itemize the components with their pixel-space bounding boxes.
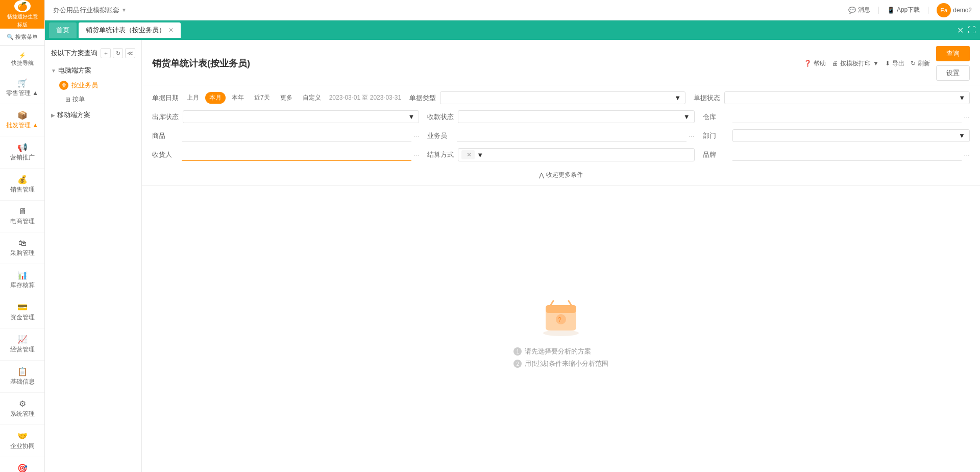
sidebar: 🍊 畅捷通好生意 标版 🔍 搜索菜单 ⚡ 快捷导航 🛒 零售管理 ▲ 📦 批发管… xyxy=(0,0,45,472)
main-area: 办公用品行业模拟账套 ▼ 💬 消息 📱 App下载 Ea demo2 xyxy=(45,0,980,472)
brand-more-btn[interactable]: ··· xyxy=(964,151,970,159)
sidebar-item-basic[interactable]: 📋 基础信息 xyxy=(0,361,44,393)
out-status-control: ▼ xyxy=(183,110,419,123)
retail-icon: 🛒 xyxy=(2,78,42,88)
inventory-label: 库存核算 xyxy=(10,281,35,289)
pc-plan-group: ▼ 电脑端方案 业 按业务员 ⊞ 按单 xyxy=(45,63,141,106)
product-more-btn[interactable]: ··· xyxy=(413,132,420,140)
sidebar-item-finance[interactable]: 💳 资金管理 xyxy=(0,296,44,328)
date-btn-this-month[interactable]: 本月 xyxy=(205,92,226,104)
sales-stat-tab-label: 销货单统计表（按业务员） xyxy=(86,26,165,35)
date-btn-more[interactable]: 更多 xyxy=(276,92,297,104)
warehouse-more-btn[interactable]: ··· xyxy=(964,113,970,121)
user-profile[interactable]: Ea demo2 xyxy=(937,3,972,17)
department-dropdown-icon: ▼ xyxy=(959,132,965,139)
breadcrumb-dropdown-icon[interactable]: ▼ xyxy=(121,7,127,13)
filter-row-3: 商品 ··· 业务员 ··· 部门 xyxy=(152,129,970,142)
sidebar-item-newguide[interactable]: 🎯 新手引导 xyxy=(0,457,44,472)
product-input[interactable] xyxy=(182,130,411,142)
tab-home[interactable]: 首页 xyxy=(49,22,77,38)
order-type-label: 单据类型 xyxy=(409,93,436,103)
settings-button[interactable]: 设置 xyxy=(936,65,970,81)
header-divider2 xyxy=(928,7,928,14)
department-label: 部门 xyxy=(703,131,728,140)
page-header: 销货单统计表(按业务员) ❓ 帮助 🖨 按模板打印 ▼ ⬇ 导出 xyxy=(142,40,980,85)
app-download-btn[interactable]: 📱 App下载 xyxy=(887,6,920,14)
sidebar-item-marketing[interactable]: 📢 营销推广 xyxy=(0,136,44,169)
filter-order-type: 单据类型 ▼ xyxy=(409,91,685,104)
order-type-select[interactable]: ▼ xyxy=(440,91,685,104)
refresh-label: 刷新 xyxy=(918,59,930,68)
date-btn-this-year[interactable]: 本年 xyxy=(228,92,248,104)
empty-illustration: ? xyxy=(535,290,586,341)
payment-status-select[interactable]: ▼ xyxy=(458,110,694,123)
date-btn-last-month[interactable]: 上月 xyxy=(183,92,203,104)
maximize-icon[interactable]: ⛶ xyxy=(968,26,976,35)
mobile-plan-group-header[interactable]: ▶ 移动端方案 xyxy=(45,108,141,122)
salesman-control: ··· xyxy=(457,130,694,142)
sidebar-item-ecommerce[interactable]: 🖥 电商管理 xyxy=(0,201,44,232)
pc-plan-group-header[interactable]: ▼ 电脑端方案 xyxy=(45,63,141,78)
mobile-plan-group: ▶ 移动端方案 xyxy=(45,108,141,122)
date-btn-7days[interactable]: 近7天 xyxy=(250,92,274,104)
date-options: 上月 本月 本年 近7天 更多 自定义 xyxy=(183,92,325,104)
sidebar-quick-nav[interactable]: ⚡ 快捷导航 xyxy=(0,45,44,72)
header-right: 💬 消息 📱 App下载 Ea demo2 xyxy=(848,3,972,17)
print-dropdown-icon[interactable]: ▼ xyxy=(873,60,879,67)
plan-item-salesman[interactable]: 业 按业务员 xyxy=(45,78,141,93)
warehouse-input[interactable] xyxy=(732,111,962,123)
collapse-arrow-icon: ⋀ xyxy=(539,172,544,179)
print-btn[interactable]: 🖨 按模板打印 ▼ xyxy=(832,59,879,68)
sidebar-item-wholesale[interactable]: 📦 批发管理 ▲ xyxy=(0,104,44,136)
sidebar-item-retail[interactable]: 🛒 零售管理 ▲ xyxy=(0,72,44,104)
receiver-more-btn[interactable]: ··· xyxy=(413,151,420,159)
out-status-select[interactable]: ▼ xyxy=(183,110,419,123)
tab-sales-stat[interactable]: 销货单统计表（按业务员） ✕ xyxy=(79,22,181,38)
payment-status-label: 收款状态 xyxy=(427,112,454,122)
sidebar-item-operation[interactable]: 📈 经营管理 xyxy=(0,328,44,361)
sidebar-item-enterprise[interactable]: 🤝 企业协同 xyxy=(0,425,44,457)
quick-label: 快捷导航 xyxy=(11,60,34,66)
close-window-icon[interactable]: ✕ xyxy=(957,26,964,35)
add-plan-btn[interactable]: ＋ xyxy=(101,48,111,58)
refresh-plan-btn[interactable]: ↻ xyxy=(113,48,123,58)
order-status-select[interactable]: ▼ xyxy=(724,91,970,104)
brand-input[interactable] xyxy=(732,149,962,161)
search-icon: 🔍 xyxy=(7,34,14,40)
message-btn[interactable]: 💬 消息 xyxy=(848,6,870,14)
help-btn[interactable]: ❓ 帮助 xyxy=(804,59,826,68)
app-logo[interactable]: 🍊 畅捷通好生意 标版 xyxy=(0,0,44,29)
finance-label: 资金管理 xyxy=(10,314,35,321)
out-status-label: 出库状态 xyxy=(152,112,179,122)
receiver-input[interactable] xyxy=(182,149,411,161)
sidebar-search[interactable]: 🔍 搜索菜单 xyxy=(0,29,44,45)
salesman-plan-label: 按业务员 xyxy=(71,81,98,90)
sub-item-icon: ⊞ xyxy=(65,96,70,103)
tab-close-icon[interactable]: ✕ xyxy=(168,27,174,34)
settlement-tag-remove[interactable]: ✕ xyxy=(467,151,472,158)
salesman-label: 业务员 xyxy=(427,131,453,140)
collapse-filter-btn[interactable]: ⋀ 收起更多条件 xyxy=(152,168,970,179)
department-select[interactable]: ▼ xyxy=(732,129,970,142)
order-type-control: ▼ xyxy=(440,91,685,104)
sales-label: 销售管理 xyxy=(10,186,35,193)
refresh-btn[interactable]: ↻ 刷新 xyxy=(911,59,930,68)
product-label: 商品 xyxy=(152,131,178,140)
sidebar-item-system[interactable]: ⚙ 系统管理 xyxy=(0,393,44,425)
sidebar-item-inventory[interactable]: 📊 库存核算 xyxy=(0,264,44,296)
app-download-label: App下载 xyxy=(897,6,920,14)
settlement-dropdown-icon[interactable]: ▼ xyxy=(477,151,483,159)
export-btn[interactable]: ⬇ 导出 xyxy=(885,59,904,68)
sidebar-item-purchase[interactable]: 🛍 采购管理 xyxy=(0,232,44,264)
plan-sub-item[interactable]: ⊞ 按单 xyxy=(45,93,141,106)
date-btn-custom[interactable]: 自定义 xyxy=(299,92,325,104)
salesman-input[interactable] xyxy=(457,130,687,142)
svg-text:?: ? xyxy=(558,316,561,323)
pc-plan-group-label: 电脑端方案 xyxy=(58,66,91,75)
salesman-more-btn[interactable]: ··· xyxy=(689,132,695,140)
query-button[interactable]: 查询 xyxy=(936,46,970,61)
filter-warehouse: 仓库 ··· xyxy=(703,111,970,123)
sidebar-item-sales[interactable]: 💰 销售管理 xyxy=(0,169,44,201)
collapse-panel-btn[interactable]: ≪ xyxy=(125,48,135,58)
panel-header-label: 按以下方案查询 xyxy=(51,49,97,58)
